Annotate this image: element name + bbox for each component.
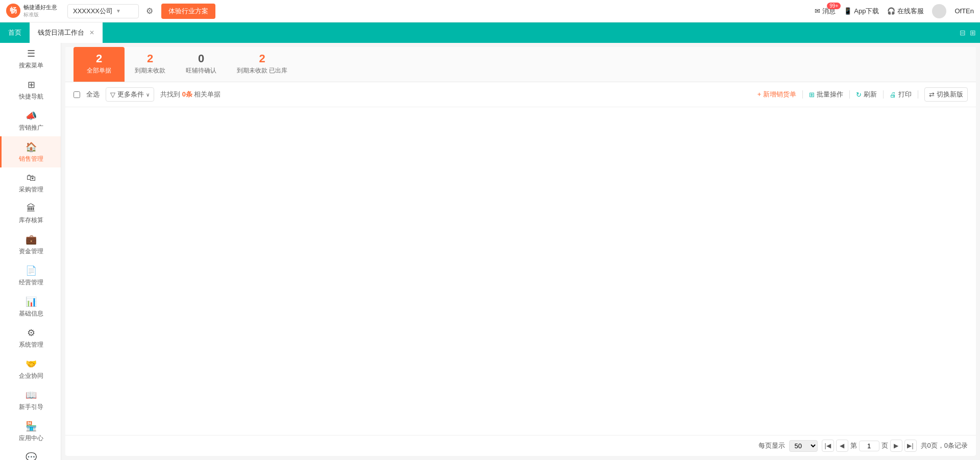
maximize-icon[interactable]: ⊞ (970, 29, 976, 37)
settings-button[interactable]: ⚙ (144, 4, 155, 18)
found-prefix: 共找到 (160, 90, 180, 98)
main-layout: ☰ 搜索菜单 ⊞ 快捷导航 📣 营销推广 🏠 销售管理 🛍 采购管理 🏛 库存核… (0, 43, 980, 460)
refresh-icon: ↻ (856, 91, 862, 99)
phone-icon: 📱 (844, 7, 852, 15)
logo-area: 畅 畅捷通好生意 标准版 (6, 4, 67, 18)
select-all-checkbox[interactable] (74, 91, 80, 98)
sidebar-item-cooperation[interactable]: 🤝 企业协同 (0, 353, 61, 384)
basic-icon: 📊 (26, 296, 37, 307)
sidebar-item-finance[interactable]: 💼 资金管理 (0, 229, 61, 260)
filter-icon: ▽ (110, 91, 115, 99)
message-badge: 99+ (827, 3, 841, 9)
stat-pending-label: 旺辅待确认 (186, 66, 216, 75)
stat-tab-all[interactable]: 2 全部单据 (74, 47, 125, 82)
filter-btn[interactable]: ▽ 更多条件 ∨ (106, 87, 154, 102)
stat-tab-overdue[interactable]: 2 到期未收款 (125, 47, 176, 82)
sidebar-item-inventory[interactable]: 🏛 库存核算 (0, 198, 61, 229)
page-nav: |◀ ◀ 第 页 ▶ ▶| (822, 440, 917, 452)
stat-overdue-label: 到期未收款 (135, 66, 165, 75)
app-name: 畅捷通好生意 (23, 4, 57, 11)
first-page-btn[interactable]: |◀ (822, 440, 834, 452)
tab-home[interactable]: 首页 (0, 22, 30, 43)
sidebar-item-operation[interactable]: 📄 经营管理 (0, 260, 61, 291)
sidebar-item-basic[interactable]: 📊 基础信息 (0, 291, 61, 322)
quick-nav-icon: ⊞ (28, 79, 35, 90)
tab-workbench[interactable]: 钱货日清工作台 ✕ (30, 22, 103, 43)
cooperation-label: 企业协同 (19, 372, 43, 380)
sidebar-item-guide[interactable]: 📖 新手引导 (0, 384, 61, 416)
trial-btn[interactable]: 体验行业方案 (161, 4, 215, 19)
stat-shipped-label: 到期未收款 已出库 (237, 66, 287, 75)
sidebar-item-marketing[interactable]: 📣 营销推广 (0, 105, 61, 136)
found-suffix: 相关单据 (194, 90, 220, 98)
pagination: 每页显示 50 100 200 |◀ ◀ 第 页 ▶ ▶| 共0页，0条记录 (65, 435, 976, 456)
sales-label: 销售管理 (19, 155, 43, 163)
switch-icon: ⇄ (929, 91, 935, 99)
messages-btn[interactable]: ✉ 消息 99+ (815, 7, 836, 16)
app-download-btn[interactable]: 📱 App下载 (844, 7, 879, 16)
sidebar-item-appstore[interactable]: 🏪 应用中心 (0, 416, 61, 447)
filter-label: 更多条件 (117, 90, 144, 99)
sidebar-item-sales[interactable]: 🏠 销售管理 (0, 136, 61, 167)
stats-bar: 2 全部单据 2 到期未收款 0 旺辅待确认 2 到期未收款 已出库 (65, 47, 976, 82)
company-dropdown-arrow: ▼ (116, 8, 121, 14)
tab-bar-right: ⊟ ⊞ (960, 29, 980, 37)
stat-tab-shipped[interactable]: 2 到期未收款 已出库 (227, 47, 298, 82)
cooperation-icon: 🤝 (26, 358, 37, 370)
add-sales-order-btn[interactable]: + 新增销货单 (757, 90, 796, 99)
user-name[interactable]: OfTEn (954, 7, 974, 15)
sidebar-item-system[interactable]: ⚙ 系统管理 (0, 322, 61, 353)
marketing-label: 营销推广 (19, 124, 43, 132)
message-icon: ✉ (815, 7, 820, 15)
sidebar-item-quick-nav[interactable]: ⊞ 快捷导航 (0, 74, 61, 105)
per-page-select[interactable]: 50 100 200 (789, 440, 818, 452)
divider-3 (883, 90, 884, 99)
avatar[interactable] (932, 4, 946, 18)
total-info: 共0页，0条记录 (921, 441, 968, 450)
purchase-label: 采购管理 (19, 185, 43, 194)
last-page-btn[interactable]: ▶| (904, 440, 917, 452)
print-btn[interactable]: 🖨 打印 (890, 90, 912, 99)
content-inner: 2 全部单据 2 到期未收款 0 旺辅待确认 2 到期未收款 已出库 (65, 47, 976, 456)
refresh-btn[interactable]: ↻ 刷新 (856, 90, 877, 99)
switch-new-version-btn[interactable]: ⇄ 切换新版 (924, 87, 968, 102)
prev-page-btn[interactable]: ◀ (836, 440, 848, 452)
company-selector[interactable]: XXXXXX公司 ▼ (67, 4, 139, 18)
inventory-icon: 🏛 (27, 203, 36, 214)
stat-overdue-num: 2 (147, 52, 153, 65)
quick-nav-label: 快捷导航 (19, 92, 43, 101)
headset-icon: 🎧 (887, 7, 895, 15)
sidebar-item-purchase[interactable]: 🛍 采购管理 (0, 167, 61, 198)
filter-arrow: ∨ (146, 92, 150, 98)
batch-operation-btn[interactable]: ⊞ 批量操作 (809, 90, 843, 99)
inventory-label: 库存核算 (19, 216, 43, 225)
finance-label: 资金管理 (19, 247, 43, 256)
guide-label: 新手引导 (19, 403, 43, 411)
basic-label: 基础信息 (19, 309, 43, 318)
found-count: 0条 (182, 90, 192, 98)
page-of-label: 页 (881, 441, 888, 450)
workbench-tab-label: 钱货日清工作台 (38, 28, 84, 37)
appstore-icon: 🏪 (26, 421, 37, 432)
sidebar-item-search[interactable]: ☰ 搜索菜单 (0, 43, 61, 74)
online-service-btn[interactable]: 🎧 在线客服 (887, 7, 924, 16)
stat-tab-pending[interactable]: 0 旺辅待确认 (176, 47, 227, 82)
divider-2 (849, 90, 850, 99)
company-name: XXXXXX公司 (73, 7, 113, 16)
divider-1 (802, 90, 803, 99)
guide-icon: 📖 (26, 390, 37, 401)
finance-icon: 💼 (26, 234, 37, 245)
divider-4 (918, 90, 918, 99)
found-text: 共找到 0条 相关单据 (160, 90, 220, 99)
operation-label: 经营管理 (19, 278, 43, 287)
page-input[interactable] (859, 441, 879, 451)
per-page-label: 每页显示 (758, 441, 785, 450)
tab-bar: 首页 钱货日清工作台 ✕ ⊟ ⊞ (0, 22, 980, 43)
minimize-icon[interactable]: ⊟ (960, 29, 966, 37)
close-tab-icon[interactable]: ✕ (89, 29, 94, 36)
marketing-icon: 📣 (26, 110, 37, 122)
select-all-label: 全选 (86, 90, 100, 99)
appstore-label: 应用中心 (19, 434, 43, 443)
sidebar-item-wechat[interactable]: 💬 企业微信 (0, 447, 61, 460)
next-page-btn[interactable]: ▶ (890, 440, 902, 452)
